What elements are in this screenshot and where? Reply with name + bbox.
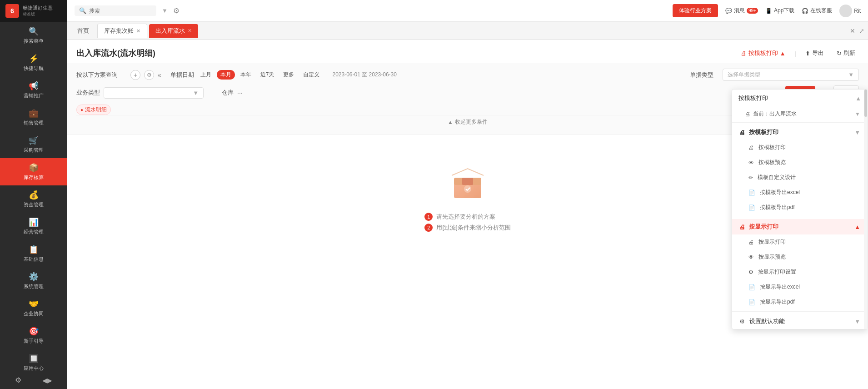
design-template[interactable]: ✏ 模板自定义设计 (732, 170, 868, 185)
shortcut-this-month[interactable]: 本月 (217, 70, 235, 80)
export-pdf-template[interactable]: 📄 按模板导出pdf (732, 200, 868, 215)
sidebar-item-label: 快捷导航 (24, 65, 44, 72)
document-type-select[interactable]: 选择单据类型 ▼ (723, 69, 859, 81)
sidebar-item-label: 资金管理 (24, 201, 44, 208)
finance-icon: 💰 (29, 190, 39, 200)
sales-icon: 💼 (29, 108, 39, 118)
inventory-icon: 📦 (29, 163, 39, 173)
dropdown-scrollbar[interactable] (864, 90, 868, 329)
pdf-icon: 📄 (748, 299, 755, 305)
sidebar-item-purchase[interactable]: 🛒 采购管理 (0, 131, 67, 158)
online-service-button[interactable]: 🎧 在线客服 (802, 7, 832, 15)
close-window-button[interactable]: ✕ (850, 27, 855, 35)
print-by-template[interactable]: 🖨 按模板打印 (732, 140, 868, 155)
search-input[interactable] (89, 8, 152, 14)
fold-icon[interactable]: ◀▶ (42, 377, 52, 384)
cooperation-icon: 🤝 (29, 299, 39, 309)
app-download-button[interactable]: 📱 App下载 (765, 7, 794, 15)
purchase-icon: 🛒 (29, 135, 39, 145)
empty-steps: 1 请先选择要分析的方案 2 用[过滤]条件来缩小分析范围 (424, 213, 510, 232)
export-excel-display[interactable]: 📄 按显示导出excel (732, 279, 868, 294)
tab-inventory-batch[interactable]: 库存批次账 ✕ (97, 24, 147, 38)
refresh-button[interactable]: ↻ 刷新 (833, 47, 859, 59)
newuser-icon: 🎯 (29, 326, 39, 336)
sidebar-item-quicknav[interactable]: ⚡ 快捷导航 (0, 49, 67, 76)
filter-settings-button[interactable]: ⚙ (144, 70, 154, 80)
print-template-button[interactable]: 🖨 按模板打印 ▲ (737, 47, 789, 59)
print-icon: 🖨 (741, 50, 747, 57)
tab-home[interactable]: 首页 (71, 24, 95, 38)
type-label: 单据类型 (690, 71, 713, 79)
sidebar-item-cooperation[interactable]: 🤝 企业协同 (0, 294, 67, 322)
template-print-section[interactable]: 🖨 按模板打印 ▼ (732, 125, 868, 140)
phone-icon: 📱 (765, 8, 772, 14)
print-dropdown: 按模板打印 ▲ 🖨 当前：出入库流水 ▼ 🖨 按模板打印 ▼ 🖨 (732, 89, 868, 329)
user-name: Rit (854, 8, 861, 14)
separator: | (795, 50, 796, 57)
date-label: 单据日期 (170, 71, 194, 79)
date-filter: 单据日期 上月 本月 本年 近7天 更多 自定义 (170, 70, 324, 80)
collapse-up-icon: ▲ (448, 119, 453, 125)
sidebar-item-marketing[interactable]: 📢 营销推广 (0, 76, 67, 104)
user-avatar[interactable]: Rit (839, 5, 861, 17)
print-settings-display[interactable]: ⚙ 按显示打印设置 (732, 264, 868, 279)
online-service-label: 在线客服 (810, 7, 832, 15)
sidebar-item-sales[interactable]: 💼 销售管理 (0, 104, 67, 131)
shortcut-custom[interactable]: 自定义 (299, 70, 323, 80)
set-default-function[interactable]: ⚙ 设置默认功能 ▼ (732, 314, 868, 329)
sidebar-item-newuser[interactable]: 🎯 新手引导 (0, 322, 67, 349)
topbar-dropdown-arrow[interactable]: ▼ (162, 7, 168, 14)
maximize-window-button[interactable]: ⤢ (859, 27, 864, 35)
sidebar-item-label: 企业协同 (24, 310, 44, 317)
refresh-icon: ↻ (837, 50, 842, 57)
sidebar-item-label: 系统管理 (24, 283, 44, 290)
sidebar-logo: 6 畅捷通好生意 标准版 (0, 0, 67, 22)
tab-close-inventory-batch[interactable]: ✕ (136, 28, 140, 34)
print-dropdown-close[interactable]: ▲ (855, 95, 861, 102)
settings-icon[interactable]: ⚙ (15, 376, 21, 384)
export-pdf-display[interactable]: 📄 按显示导出pdf (732, 294, 868, 309)
avatar (839, 5, 852, 17)
select-arrow: ▼ (848, 71, 854, 78)
business-type-select[interactable]: ▼ (104, 87, 204, 99)
basic-icon: 📋 (29, 244, 39, 254)
shortcut-7days[interactable]: 近7天 (257, 70, 278, 80)
export-excel-template[interactable]: 📄 按模板导出excel (732, 185, 868, 200)
tab-home-label: 首页 (77, 27, 89, 35)
sidebar-item-inventory[interactable]: 📦 库存核算 (0, 158, 67, 185)
shortcut-more[interactable]: 更多 (279, 70, 298, 80)
tab-flow[interactable]: 出入库流水 ✕ (149, 24, 198, 38)
industry-solution-button[interactable]: 体验行业方案 (673, 4, 718, 17)
shortcut-last-month[interactable]: 上月 (197, 70, 215, 80)
sidebar-item-search[interactable]: 🔍 搜索菜单 (0, 22, 67, 49)
preview-by-display[interactable]: 👁 按显示预览 (732, 249, 868, 264)
sidebar-item-operations[interactable]: 📊 经营管理 (0, 213, 67, 240)
preview-by-template[interactable]: 👁 按模板预览 (732, 155, 868, 170)
svg-rect-2 (462, 178, 473, 185)
warehouse-more-button[interactable]: ··· (237, 89, 243, 96)
sidebar-item-finance[interactable]: 💰 资金管理 (0, 185, 67, 213)
sidebar-item-basic[interactable]: 📋 基础信息 (0, 240, 67, 267)
headset-icon: 🎧 (802, 8, 808, 14)
print-by-display[interactable]: 🖨 按显示打印 (732, 234, 868, 249)
topbar-search-box: 🔍 (75, 5, 156, 16)
tab-label: 库存批次账 (104, 27, 134, 35)
export-button[interactable]: ⬆ 导出 (802, 47, 828, 59)
tab-close-flow[interactable]: ✕ (188, 28, 192, 34)
tab-label: 出入库流水 (155, 27, 185, 35)
svg-point-3 (464, 185, 471, 193)
message-button[interactable]: 💬 消息 99+ (725, 7, 758, 15)
version-badge: 标准版 (23, 11, 53, 17)
display-print-section[interactable]: 🖨 按显示打印 ▲ (732, 219, 868, 234)
sidebar-item-appcenter[interactable]: 🔲 应用中心 (0, 349, 67, 371)
topbar-settings-icon[interactable]: ⚙ (173, 6, 180, 15)
empty-step-2: 2 用[过滤]条件来缩小分析范围 (424, 224, 510, 232)
message-icon: 💬 (725, 8, 732, 14)
print-item-icon: 🖨 (748, 239, 754, 245)
shortcut-this-year[interactable]: 本年 (237, 70, 255, 80)
sidebar-item-system[interactable]: ⚙️ 系统管理 (0, 267, 67, 294)
filter-add-button[interactable]: + (130, 70, 140, 80)
step-2-text: 用[过滤]条件来缩小分析范围 (436, 224, 510, 232)
filter-collapse-left[interactable]: « (158, 71, 161, 79)
content-tools: 🖨 按模板打印 ▲ | ⬆ 导出 ↻ 刷新 (737, 47, 859, 59)
